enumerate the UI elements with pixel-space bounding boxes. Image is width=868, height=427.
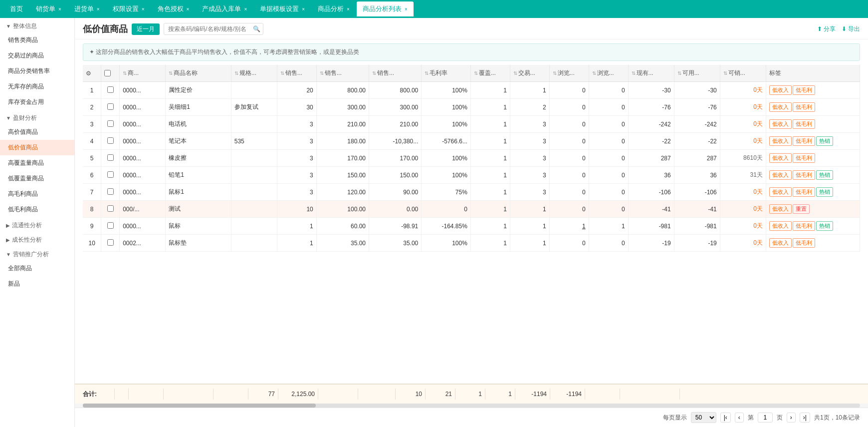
next-page-btn[interactable]: › [787,413,796,423]
row-checkbox[interactable] [107,171,114,178]
tag-热销: 热销 [816,187,833,197]
sidebar-item-低价值商品[interactable]: 低价值商品 [0,140,74,155]
scrollbar-thumb[interactable] [83,404,316,408]
cell-cov: 1 [470,116,510,133]
sidebar-item-全部商品[interactable]: 全部商品 [0,261,74,276]
date-filter-btn[interactable]: 近一月 [132,23,160,35]
page-size-select[interactable]: 50 10 20 100 [691,412,716,423]
col-gross[interactable]: ⇅ 毛利率 [422,65,471,82]
nav-item-商品分析[interactable]: 商品分析 × [312,1,356,16]
col-checkbox[interactable] [101,65,120,82]
table-wrap[interactable]: ⚙ ⇅ 商... ⇅ 商品名称 ⇅ 规格... ⇅ 销售... ⇅ 销售... … [75,65,868,384]
col-tags[interactable]: 标签 [766,65,860,82]
col-spec[interactable]: ⇅ 规格... [231,65,277,82]
sidebar-item-高价值商品[interactable]: 高价值商品 [0,124,74,140]
cell-checkbox[interactable] [101,218,120,235]
sidebar-item-商品分类销售率[interactable]: 商品分类销售率 [0,63,74,79]
row-checkbox[interactable] [107,103,114,110]
sidebar-group-营销推广分析[interactable]: ▼ 营销推广分析 [0,246,74,261]
row-checkbox[interactable] [107,222,114,229]
nav-item-角色授权[interactable]: 角色授权 × [152,1,196,16]
col-trade[interactable]: ⇅ 交易... [510,65,549,82]
nav-item-首页[interactable]: 首页 [4,1,29,16]
cell-s2: 150.00 [316,167,369,184]
cell-checkbox[interactable] [101,201,120,218]
cell-s1: 1 [277,218,316,235]
sidebar-item-高毛利商品[interactable]: 高毛利商品 [0,186,74,202]
col-settings[interactable]: ⚙ [83,65,101,82]
cell-checkbox[interactable] [101,150,120,167]
tag-低毛利: 低毛利 [793,119,815,129]
nav-item-产成品入库单[interactable]: 产成品入库单 × [196,1,253,16]
col-browse1[interactable]: ⇅ 浏览... [549,65,589,82]
cell-spec [231,82,277,99]
col-avail[interactable]: ⇅ 可用... [674,65,720,82]
sidebar-item-新品[interactable]: 新品 [0,276,74,292]
share-btn[interactable]: ⬆ 分享 [817,25,836,33]
col-stock[interactable]: ⇅ 现有... [628,65,674,82]
nav-close-icon[interactable]: × [142,6,145,12]
nav-close-icon[interactable]: × [244,6,247,12]
cell-cov: 1 [470,133,510,150]
prev-page-btn[interactable]: ‹ [735,413,744,423]
row-checkbox[interactable] [107,239,114,246]
cell-checkbox[interactable] [101,82,120,99]
scrollbar-track[interactable] [83,404,860,408]
row-checkbox[interactable] [107,154,114,161]
sidebar-item-低毛利商品[interactable]: 低毛利商品 [0,202,74,217]
nav-close-icon[interactable]: × [405,6,408,12]
sidebar-item-销售类商品[interactable]: 销售类商品 [0,32,74,48]
nav-item-权限设置[interactable]: 权限设置 × [107,1,151,16]
row-checkbox[interactable] [107,137,114,144]
sidebar-item-低覆盖量商品[interactable]: 低覆盖量商品 [0,171,74,186]
search-icon[interactable]: 🔍 [253,25,260,32]
sidebar-group-成长性分析[interactable]: ▶ 成长性分析 [0,232,74,246]
nav-close-icon[interactable]: × [58,6,61,12]
cell-checkbox[interactable] [101,133,120,150]
nav-item-商品分析列表[interactable]: 商品分析列表 × [357,1,414,16]
row-checkbox[interactable] [107,205,114,212]
row-checkbox[interactable] [107,188,114,195]
page-label: 第 [748,414,754,422]
cell-checkbox[interactable] [101,99,120,116]
sidebar-item-无库存的商品[interactable]: 无库存的商品 [0,79,74,94]
sidebar-group-整体信息[interactable]: ▼ 整体信息 [0,18,74,32]
first-page-btn[interactable]: |‹ [720,413,731,423]
nav-close-icon[interactable]: × [187,6,190,12]
col-days[interactable]: ⇅ 可销... [720,65,766,82]
search-wrap: 🔍 [164,23,263,35]
total-cell-0 [101,389,115,400]
last-page-btn[interactable]: ›| [800,413,810,423]
cell-checkbox[interactable] [101,184,120,201]
nav-close-icon[interactable]: × [302,6,305,12]
col-cov[interactable]: ⇅ 覆盖... [470,65,510,82]
col-browse2[interactable]: ⇅ 浏览... [589,65,628,82]
nav-item-销货单[interactable]: 销货单 × [30,1,67,16]
sidebar-group-盈财分析[interactable]: ▼ 盈财分析 [0,110,74,124]
nav-close-icon[interactable]: × [347,6,350,12]
nav-item-进货单[interactable]: 进货单 × [68,1,106,16]
col-s1[interactable]: ⇅ 销售... [277,65,316,82]
sidebar-item-交易过的商品[interactable]: 交易过的商品 [0,48,74,63]
page-input[interactable] [758,413,773,423]
cell-checkbox[interactable] [101,167,120,184]
cell-checkbox[interactable] [101,235,120,252]
row-checkbox[interactable] [107,86,114,93]
cell-code: 0000... [120,133,166,150]
cell-checkbox[interactable] [101,116,120,133]
col-s2[interactable]: ⇅ 销售... [316,65,369,82]
sidebar-item-高覆盖量商品[interactable]: 高覆盖量商品 [0,155,74,171]
tag-低收入: 低收入 [769,238,792,248]
nav-item-单据模板设置[interactable]: 单据模板设置 × [254,1,311,16]
row-checkbox[interactable] [107,120,114,127]
col-name[interactable]: ⇅ 商品名称 [166,65,231,82]
sidebar-group-流通性分析[interactable]: ▶ 流通性分析 [0,217,74,232]
search-input[interactable] [164,23,263,35]
col-code[interactable]: ⇅ 商... [120,65,166,82]
export-btn[interactable]: ⬇ 导出 [842,25,860,33]
col-s3[interactable]: ⇅ 销售... [369,65,422,82]
sidebar-item-库存资金占用[interactable]: 库存资金占用 [0,94,74,110]
cell-stock: -76 [628,99,674,116]
nav-close-icon[interactable]: × [97,6,100,12]
cell-s2: 180.00 [316,133,369,150]
